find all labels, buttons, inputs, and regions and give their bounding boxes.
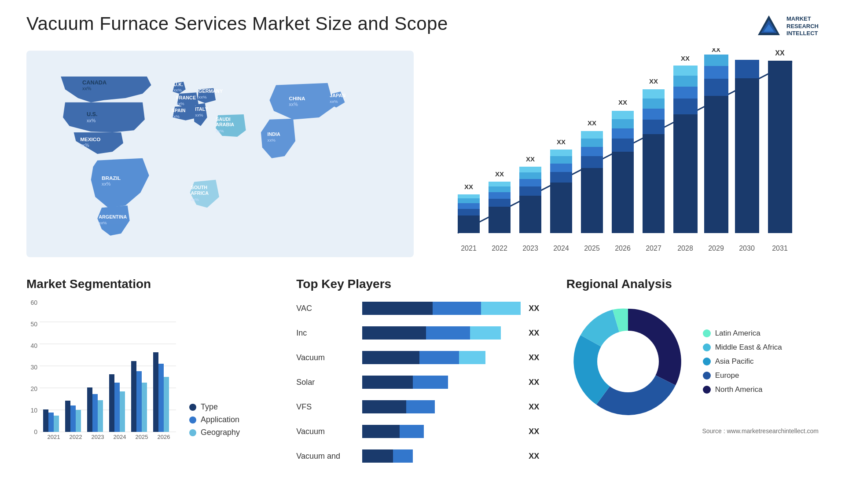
- svg-rect-70: [581, 131, 603, 139]
- svg-text:xx%: xx%: [87, 118, 96, 123]
- svg-rect-49: [489, 182, 511, 186]
- segmentation-section: Market Segmentation 0 10 20 30 40 50 60: [26, 277, 279, 504]
- growth-chart: 2021 XX 2022 XX 2023 XX: [431, 48, 819, 259]
- svg-rect-77: [612, 111, 634, 119]
- legend-dot-type: [189, 404, 196, 411]
- svg-rect-83: [643, 99, 665, 109]
- svg-text:xx%: xx%: [173, 88, 182, 92]
- svg-rect-124: [70, 405, 76, 432]
- svg-rect-136: [136, 371, 142, 432]
- svg-text:0: 0: [34, 428, 37, 435]
- svg-text:U.S.: U.S.: [87, 111, 98, 117]
- player-name-2: Vacuum: [296, 349, 349, 366]
- legend-dot-geography: [189, 429, 196, 436]
- logo-icon: [756, 13, 782, 40]
- top-section: CANADA xx% U.S. xx% MEXICO xx% BRAZIL xx…: [26, 48, 819, 259]
- svg-rect-59: [550, 183, 572, 233]
- world-map: CANADA xx% U.S. xx% MEXICO xx% BRAZIL xx…: [26, 48, 414, 259]
- legend-item-type: Type: [189, 402, 240, 412]
- svg-rect-119: [43, 409, 48, 432]
- svg-text:XX: XX: [557, 138, 566, 146]
- svg-text:JAPAN: JAPAN: [330, 93, 345, 98]
- svg-text:xx%: xx%: [216, 128, 224, 133]
- svg-rect-125: [76, 410, 81, 432]
- svg-rect-48: [489, 186, 511, 192]
- player-bar-row-2: XX: [362, 349, 548, 366]
- svg-rect-55: [519, 172, 541, 179]
- source-text: Source : www.marketresearchintellect.com: [566, 427, 819, 435]
- svg-rect-121: [54, 416, 59, 432]
- svg-text:2024: 2024: [553, 245, 569, 252]
- growth-chart-container: 2021 XX 2022 XX 2023 XX: [431, 48, 819, 259]
- svg-rect-97: [704, 55, 728, 66]
- svg-text:xx%: xx%: [330, 99, 338, 104]
- svg-rect-133: [120, 391, 125, 432]
- svg-rect-69: [581, 139, 603, 147]
- regional-legend: Latin America Middle East & Africa Asia …: [703, 329, 782, 394]
- svg-text:XX: XX: [526, 155, 535, 163]
- svg-rect-46: [489, 199, 511, 207]
- svg-text:SOUTH: SOUTH: [191, 185, 208, 190]
- player-bars: XX XX: [362, 300, 548, 464]
- svg-text:20: 20: [30, 385, 37, 392]
- logo-text: MARKET RESEARCH INTELLECT: [786, 15, 819, 38]
- regional-chart: Latin America Middle East & Africa Asia …: [566, 300, 819, 423]
- svg-text:ARABIA: ARABIA: [216, 122, 234, 127]
- legend-item-geography: Geography: [189, 428, 240, 437]
- player-val-0: XX: [529, 304, 539, 313]
- svg-rect-132: [114, 383, 120, 432]
- player-bar-row-6: XX: [362, 448, 548, 464]
- svg-rect-84: [643, 89, 665, 99]
- player-names: VAC Inc Vacuum Solar VFS Vacuum Vacuum a…: [296, 300, 349, 464]
- svg-rect-88: [673, 99, 698, 114]
- svg-rect-140: [158, 364, 164, 432]
- svg-text:xx%: xx%: [289, 102, 298, 107]
- svg-text:2030: 2030: [739, 245, 755, 252]
- svg-text:50: 50: [30, 321, 37, 328]
- svg-rect-61: [550, 164, 572, 172]
- regional-legend-latin: Latin America: [703, 329, 782, 338]
- svg-text:ITALY: ITALY: [195, 106, 208, 112]
- regional-dot-europe: [703, 372, 711, 380]
- player-name-3: Solar: [296, 374, 349, 391]
- players-list: VAC Inc Vacuum Solar VFS Vacuum Vacuum a…: [296, 300, 548, 464]
- svg-text:2026: 2026: [158, 434, 170, 440]
- player-name-0: VAC: [296, 300, 349, 317]
- svg-rect-39: [458, 209, 480, 215]
- svg-text:2028: 2028: [677, 245, 693, 252]
- svg-text:2023: 2023: [92, 434, 104, 440]
- svg-rect-127: [87, 387, 92, 432]
- svg-rect-47: [489, 192, 511, 199]
- regional-dot-apac: [703, 358, 711, 365]
- svg-text:2022: 2022: [492, 245, 507, 252]
- legend-dot-application: [189, 416, 196, 424]
- svg-rect-66: [581, 168, 603, 233]
- player-name-4: VFS: [296, 398, 349, 415]
- svg-text:U.K.: U.K.: [173, 82, 183, 87]
- svg-text:2027: 2027: [646, 245, 661, 252]
- segmentation-chart: 0 10 20 30 40 50 60: [26, 300, 180, 441]
- svg-text:XX: XX: [712, 48, 720, 53]
- svg-text:xx%: xx%: [172, 114, 180, 119]
- svg-text:2031: 2031: [772, 245, 788, 252]
- regional-label-europe: Europe: [715, 371, 739, 380]
- svg-text:xx%: xx%: [268, 138, 276, 142]
- svg-rect-90: [673, 76, 698, 87]
- svg-rect-42: [458, 194, 480, 198]
- player-val-6: XX: [529, 452, 539, 461]
- svg-text:xx%: xx%: [99, 220, 107, 225]
- regional-dot-na: [703, 386, 711, 394]
- svg-rect-87: [673, 114, 698, 233]
- donut-chart: [566, 300, 690, 423]
- key-players-title: Top Key Players: [296, 277, 548, 291]
- regional-label-apac: Asia Pacific: [715, 357, 754, 366]
- bottom-section: Market Segmentation 0 10 20 30 40 50 60: [26, 277, 819, 504]
- svg-rect-141: [164, 377, 169, 432]
- svg-text:xx%: xx%: [102, 181, 111, 186]
- svg-rect-81: [643, 120, 665, 134]
- player-val-1: XX: [529, 329, 539, 338]
- svg-rect-89: [673, 87, 698, 99]
- svg-rect-131: [109, 374, 114, 432]
- regional-label-mea: Middle East & Africa: [715, 343, 782, 352]
- svg-text:XX: XX: [649, 77, 658, 85]
